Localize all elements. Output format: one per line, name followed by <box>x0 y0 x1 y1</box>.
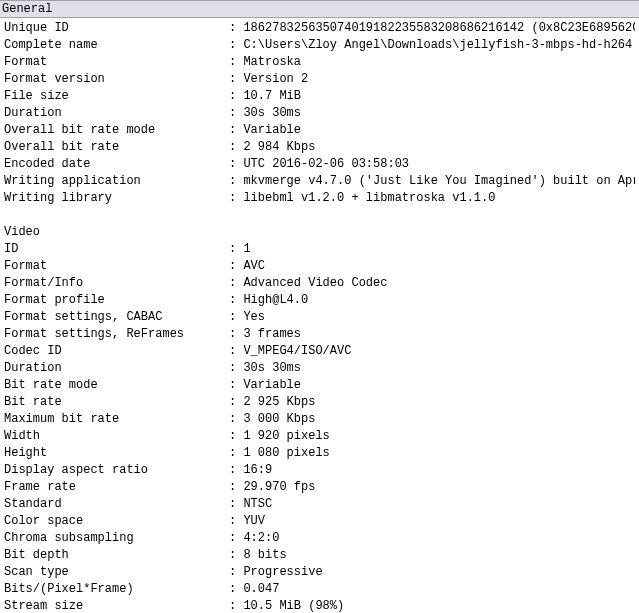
field-value: Advanced Video Codec <box>243 275 635 292</box>
field-sep: : <box>229 258 243 275</box>
field-value: 2 984 Kbps <box>243 139 635 156</box>
field-row: Codec ID : V_MPEG4/ISO/AVC <box>4 343 635 360</box>
field-value: UTC 2016-02-06 03:58:03 <box>243 156 635 173</box>
field-row: Unique ID : 1862783256350740191822355832… <box>4 20 635 37</box>
field-value: 1 920 pixels <box>243 428 635 445</box>
field-value: AVC <box>243 258 635 275</box>
field-row: Scan type : Progressive <box>4 564 635 581</box>
field-label: Format profile <box>4 292 229 309</box>
field-row: Overall bit rate mode : Variable <box>4 122 635 139</box>
field-label: Overall bit rate mode <box>4 122 229 139</box>
field-label: Display aspect ratio <box>4 462 229 479</box>
field-value: 3 frames <box>243 326 635 343</box>
field-sep: : <box>229 88 243 105</box>
field-sep: : <box>229 241 243 258</box>
field-label: Duration <box>4 360 229 377</box>
field-label: Writing application <box>4 173 229 190</box>
field-label: Format/Info <box>4 275 229 292</box>
field-label: Complete name <box>4 37 229 54</box>
field-row: Format settings, ReFrames : 3 frames <box>4 326 635 343</box>
field-value: NTSC <box>243 496 635 513</box>
field-value: 2 925 Kbps <box>243 394 635 411</box>
video-section-title: Video <box>4 225 40 239</box>
field-value: C:\Users\Zloy Angel\Downloads\jellyfish-… <box>243 37 635 54</box>
field-value: Version 2 <box>243 71 635 88</box>
field-row: Writing library : libebml v1.2.0 + libma… <box>4 190 635 207</box>
field-label: Frame rate <box>4 479 229 496</box>
field-value: mkvmerge v4.7.0 ('Just Like You Imagined… <box>243 173 635 190</box>
field-value: 16:9 <box>243 462 635 479</box>
field-value: 186278325635074019182235583208686216142 … <box>243 20 635 37</box>
field-row: Chroma subsampling : 4:2:0 <box>4 530 635 547</box>
field-row: Format version : Version 2 <box>4 71 635 88</box>
field-label: File size <box>4 88 229 105</box>
field-row: Stream size : 10.5 MiB (98%) <box>4 598 635 613</box>
field-row: Format : AVC <box>4 258 635 275</box>
field-sep: : <box>229 54 243 71</box>
field-sep: : <box>229 513 243 530</box>
field-value: 1 <box>243 241 635 258</box>
field-sep: : <box>229 530 243 547</box>
field-label: Format settings, CABAC <box>4 309 229 326</box>
video-section-title-row: Video <box>4 224 635 241</box>
field-sep: : <box>229 598 243 613</box>
field-row: Format settings, CABAC : Yes <box>4 309 635 326</box>
field-row: Duration : 30s 30ms <box>4 360 635 377</box>
field-label: Standard <box>4 496 229 513</box>
field-value: High@L4.0 <box>243 292 635 309</box>
field-row: Frame rate : 29.970 fps <box>4 479 635 496</box>
field-sep: : <box>229 71 243 88</box>
field-sep: : <box>229 156 243 173</box>
field-label: Codec ID <box>4 343 229 360</box>
field-value: 0.047 <box>243 581 635 598</box>
field-sep: : <box>229 360 243 377</box>
general-section-title: General <box>2 2 52 16</box>
field-sep: : <box>229 581 243 598</box>
field-sep: : <box>229 37 243 54</box>
field-sep: : <box>229 309 243 326</box>
field-row: Duration : 30s 30ms <box>4 105 635 122</box>
field-value: 10.5 MiB (98%) <box>243 598 635 613</box>
field-value: 1 080 pixels <box>243 445 635 462</box>
field-sep: : <box>229 139 243 156</box>
field-label: Duration <box>4 105 229 122</box>
field-row: Bits/(Pixel*Frame) : 0.047 <box>4 581 635 598</box>
field-label: Unique ID <box>4 20 229 37</box>
field-row: Display aspect ratio : 16:9 <box>4 462 635 479</box>
field-sep: : <box>229 20 243 37</box>
field-row: Maximum bit rate : 3 000 Kbps <box>4 411 635 428</box>
field-sep: : <box>229 122 243 139</box>
general-section-header: General <box>0 0 639 18</box>
field-label: Stream size <box>4 598 229 613</box>
field-value: Matroska <box>243 54 635 71</box>
field-label: Format <box>4 258 229 275</box>
field-label: Bit rate <box>4 394 229 411</box>
field-sep: : <box>229 105 243 122</box>
field-row: Bit rate mode : Variable <box>4 377 635 394</box>
field-value: libebml v1.2.0 + libmatroska v1.1.0 <box>243 190 635 207</box>
field-label: Format <box>4 54 229 71</box>
field-row: Writing application : mkvmerge v4.7.0 ('… <box>4 173 635 190</box>
field-sep: : <box>229 343 243 360</box>
field-value: Variable <box>243 122 635 139</box>
field-sep: : <box>229 377 243 394</box>
field-row: Height : 1 080 pixels <box>4 445 635 462</box>
field-row: Format/Info : Advanced Video Codec <box>4 275 635 292</box>
field-row: Standard : NTSC <box>4 496 635 513</box>
field-row: Bit depth : 8 bits <box>4 547 635 564</box>
field-sep: : <box>229 411 243 428</box>
field-sep: : <box>229 275 243 292</box>
field-label: Bits/(Pixel*Frame) <box>4 581 229 598</box>
general-section-content: Unique ID : 1862783256350740191822355832… <box>0 18 639 613</box>
field-label: Color space <box>4 513 229 530</box>
field-label: Overall bit rate <box>4 139 229 156</box>
field-sep: : <box>229 394 243 411</box>
field-value: 30s 30ms <box>243 105 635 122</box>
field-value: Yes <box>243 309 635 326</box>
field-sep: : <box>229 428 243 445</box>
field-row: Overall bit rate : 2 984 Kbps <box>4 139 635 156</box>
field-label: Format version <box>4 71 229 88</box>
field-row: Encoded date : UTC 2016-02-06 03:58:03 <box>4 156 635 173</box>
field-label: ID <box>4 241 229 258</box>
field-label: Scan type <box>4 564 229 581</box>
